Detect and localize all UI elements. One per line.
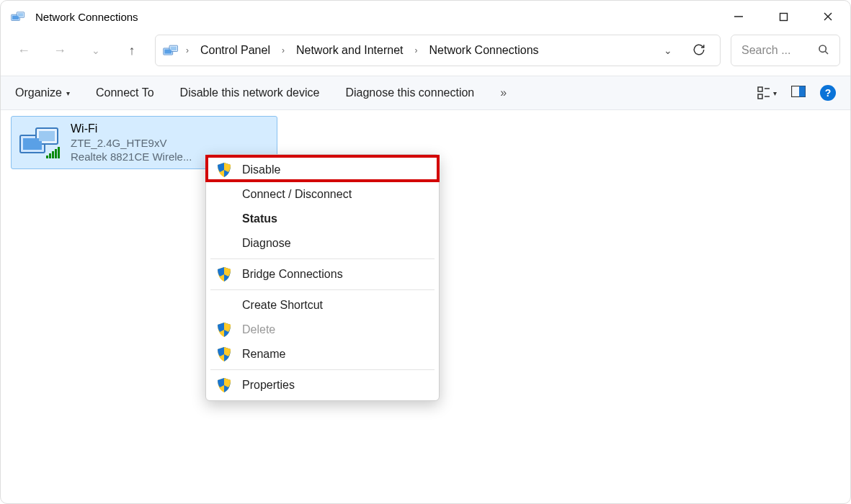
svg-rect-19 xyxy=(55,149,57,158)
refresh-button[interactable] xyxy=(685,39,713,63)
context-menu-bridge[interactable]: Bridge Connections xyxy=(206,262,439,287)
context-menu-diagnose[interactable]: Diagnose xyxy=(206,231,439,256)
breadcrumb-bar[interactable]: › Control Panel › Network and Internet ›… xyxy=(155,35,721,66)
maximize-button[interactable] xyxy=(761,1,806,32)
chevron-right-icon: › xyxy=(183,45,192,55)
context-menu-delete: Delete xyxy=(206,318,439,342)
connect-to-button[interactable]: Connect To xyxy=(96,86,154,99)
back-button[interactable]: ← xyxy=(11,37,37,63)
adapter-icon xyxy=(19,122,61,163)
close-button[interactable] xyxy=(806,1,850,32)
command-toolbar: Organize ▾ Connect To Disable this netwo… xyxy=(1,76,850,110)
diagnose-button[interactable]: Diagnose this connection xyxy=(345,86,474,99)
shield-icon xyxy=(216,377,232,393)
view-options-button[interactable]: ▾ xyxy=(757,86,777,99)
recent-button[interactable]: ⌄ xyxy=(83,37,109,63)
folder-icon xyxy=(163,42,179,58)
svg-rect-20 xyxy=(58,147,60,158)
svg-rect-17 xyxy=(49,153,51,158)
search-box[interactable]: Search ... xyxy=(731,35,840,66)
svg-rect-11 xyxy=(758,94,762,99)
up-button[interactable]: ↑ xyxy=(119,37,145,63)
overflow-button[interactable]: » xyxy=(500,86,507,99)
breadcrumb-item[interactable]: Control Panel xyxy=(196,41,275,60)
svg-rect-5 xyxy=(780,13,787,20)
shield-icon xyxy=(216,346,232,362)
adapter-device: Realtek 8821CE Wirele... xyxy=(71,150,192,163)
chevron-down-icon: ▾ xyxy=(773,89,777,97)
separator xyxy=(210,258,435,259)
svg-rect-18 xyxy=(52,151,54,158)
chevron-down-icon: ▾ xyxy=(66,89,70,97)
shield-icon xyxy=(216,322,232,338)
context-menu-disable[interactable]: Disable xyxy=(206,158,439,182)
context-menu-properties[interactable]: Properties xyxy=(206,373,439,397)
context-menu-create-shortcut[interactable]: Create Shortcut xyxy=(206,293,439,318)
window-controls xyxy=(716,1,850,32)
preview-pane-button[interactable] xyxy=(791,86,806,100)
svg-point-8 xyxy=(819,45,826,52)
svg-rect-10 xyxy=(758,87,762,91)
adapter-name: Wi-Fi xyxy=(71,122,192,135)
separator xyxy=(210,369,435,370)
search-placeholder: Search ... xyxy=(741,44,809,57)
svg-rect-16 xyxy=(46,156,48,158)
chevron-right-icon: › xyxy=(411,45,420,55)
context-menu-rename[interactable]: Rename xyxy=(206,342,439,366)
window-title: Network Connections xyxy=(35,11,138,23)
breadcrumb-item[interactable]: Network Connections xyxy=(424,41,543,60)
app-icon xyxy=(11,9,25,24)
forward-button[interactable]: → xyxy=(47,37,73,63)
shield-icon xyxy=(216,266,232,282)
context-menu-connect-disconnect[interactable]: Connect / Disconnect xyxy=(206,182,439,207)
chevron-right-icon: › xyxy=(279,45,288,55)
adapter-details: Wi-Fi ZTE_2.4G_HTE9xV Realtek 8821CE Wir… xyxy=(71,122,192,163)
history-chevron-icon[interactable]: ⌄ xyxy=(655,40,681,60)
organize-menu[interactable]: Organize ▾ xyxy=(15,86,70,99)
help-button[interactable]: ? xyxy=(820,85,836,101)
search-icon xyxy=(818,44,829,58)
shield-icon xyxy=(216,162,232,178)
context-menu: Disable Connect / Disconnect Status Diag… xyxy=(205,154,440,401)
svg-rect-15 xyxy=(799,86,806,97)
disable-device-button[interactable]: Disable this network device xyxy=(180,86,320,99)
navigation-row: ← → ⌄ ↑ › Control Panel › Network and In… xyxy=(1,32,850,76)
minimize-button[interactable] xyxy=(716,1,761,32)
context-menu-status[interactable]: Status xyxy=(206,207,439,231)
adapter-ssid: ZTE_2.4G_HTE9xV xyxy=(71,137,192,149)
title-bar: Network Connections xyxy=(1,1,850,32)
breadcrumb-item[interactable]: Network and Internet xyxy=(292,41,408,60)
svg-line-9 xyxy=(825,51,828,54)
separator xyxy=(210,289,435,290)
